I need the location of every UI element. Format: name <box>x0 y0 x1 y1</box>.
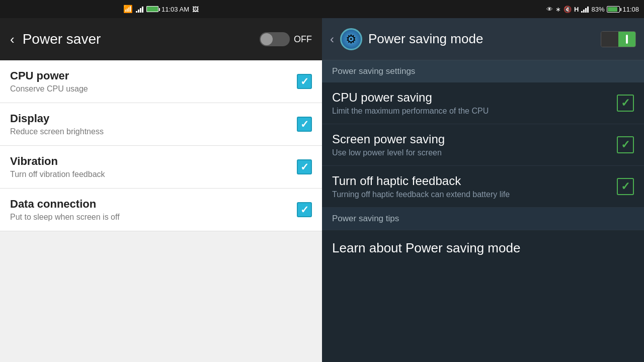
cpu-power-saving-item[interactable]: CPU power saving Limit the maximum perfo… <box>322 82 644 124</box>
display-text: Display Reduce screen brightness <box>10 112 104 136</box>
right-time: 11:08 <box>622 6 639 13</box>
right-panel-title: Power saving mode <box>368 31 483 47</box>
screen-power-saving-item[interactable]: Screen power saving Use low power level … <box>322 124 644 166</box>
learn-about-title: Learn about Power saving mode <box>332 240 520 256</box>
display-item[interactable]: Display Reduce screen brightness <box>0 103 322 146</box>
right-header: ‹ ⚙ Power saving mode <box>322 18 644 60</box>
power-saving-settings-header: Power saving settings <box>322 60 644 82</box>
display-subtitle: Reduce screen brightness <box>10 127 104 136</box>
display-checkbox[interactable] <box>297 117 312 132</box>
power-saver-toggle[interactable]: OFF <box>260 32 312 46</box>
h-icon: H <box>574 6 579 13</box>
cpu-power-checkbox[interactable] <box>297 74 312 89</box>
cpu-power-saving-subtitle: Limit the maximum performance of the CPU <box>332 107 489 116</box>
battery-icon-right <box>607 6 620 13</box>
gear-icon: ⚙ <box>340 28 362 50</box>
toggle-on-left-side <box>601 32 618 47</box>
screen-power-saving-subtitle: Use low power level for screen <box>332 148 445 157</box>
right-header-left: ‹ ⚙ Power saving mode <box>330 28 483 50</box>
vibration-text: Vibration Turn off vibration feedback <box>10 155 105 179</box>
image-icon: 🖼 <box>192 6 199 13</box>
data-connection-item[interactable]: Data connection Put to sleep when screen… <box>0 189 322 231</box>
data-connection-subtitle: Put to sleep when screen is off <box>10 213 120 222</box>
battery-percent-text: 83% <box>591 6 604 13</box>
cpu-power-item[interactable]: CPU power Conserve CPU usage <box>0 60 322 103</box>
toggle-indicator <box>626 35 628 44</box>
power-saving-tips-label: Power saving tips <box>332 214 399 223</box>
cpu-power-saving-text: CPU power saving Limit the maximum perfo… <box>332 90 489 116</box>
screen-power-saving-text: Screen power saving Use low power level … <box>332 132 445 157</box>
left-time: 11:03 AM <box>162 6 189 13</box>
right-back-button[interactable]: ‹ <box>330 32 334 46</box>
wifi-icon: 📶 <box>123 5 133 14</box>
screen-power-saving-title: Screen power saving <box>332 132 445 146</box>
signal-bars-icon-right <box>581 6 589 13</box>
data-connection-text: Data connection Put to sleep when screen… <box>10 198 120 222</box>
data-connection-checkbox[interactable] <box>297 202 312 217</box>
haptic-feedback-checkbox[interactable] <box>617 178 634 195</box>
screen-power-saving-checkbox[interactable] <box>617 136 634 153</box>
power-saving-mode-toggle[interactable] <box>601 31 636 47</box>
cpu-power-text: CPU power Conserve CPU usage <box>10 69 88 94</box>
haptic-feedback-title: Turn off haptic feedback <box>332 174 510 188</box>
left-header: ‹ Power saver OFF <box>0 18 322 60</box>
main-content: ‹ Power saver OFF CPU power Conserve CPU… <box>0 18 644 362</box>
toggle-off-label: OFF <box>294 34 312 45</box>
power-saving-tips-header: Power saving tips <box>322 208 644 230</box>
toggle-knob <box>261 33 273 45</box>
left-back-button[interactable]: ‹ <box>10 32 15 47</box>
haptic-feedback-item[interactable]: Turn off haptic feedback Turning off hap… <box>322 166 644 208</box>
signal-bars-icon <box>136 6 143 13</box>
cpu-power-subtitle: Conserve CPU usage <box>10 84 88 94</box>
left-header-title-area: ‹ Power saver <box>10 31 101 47</box>
left-panel-title: Power saver <box>23 31 101 47</box>
vibration-checkbox[interactable] <box>297 159 312 174</box>
power-saving-settings-label: Power saving settings <box>332 66 415 76</box>
haptic-feedback-subtitle: Turning off haptic feedback can extend b… <box>332 190 510 199</box>
display-title: Display <box>10 112 104 125</box>
vibration-title: Vibration <box>10 155 105 168</box>
mute-icon: 🔇 <box>564 6 572 13</box>
data-connection-title: Data connection <box>10 198 120 211</box>
bluetooth-icon: ∗ <box>555 6 561 13</box>
status-bars: 📶 11:03 AM 🖼 👁 ∗ 🔇 H 83% 11:08 <box>0 0 644 18</box>
left-status-bar: 📶 11:03 AM 🖼 <box>0 0 322 18</box>
toggle-switch-off[interactable] <box>260 32 290 46</box>
battery-icon-left <box>146 6 158 12</box>
cpu-power-saving-checkbox[interactable] <box>617 95 634 112</box>
haptic-feedback-text: Turn off haptic feedback Turning off hap… <box>332 174 510 199</box>
right-panel: ‹ ⚙ Power saving mode Power saving setti… <box>322 18 644 362</box>
learn-about-item[interactable]: Learn about Power saving mode <box>322 230 644 266</box>
left-panel: ‹ Power saver OFF CPU power Conserve CPU… <box>0 18 322 362</box>
vibration-subtitle: Turn off vibration feedback <box>10 170 105 179</box>
vibration-item[interactable]: Vibration Turn off vibration feedback <box>0 146 322 189</box>
cpu-power-title: CPU power <box>10 69 88 82</box>
eye-icon: 👁 <box>546 6 553 13</box>
cpu-power-saving-title: CPU power saving <box>332 90 489 105</box>
right-status-bar: 👁 ∗ 🔇 H 83% 11:08 <box>322 0 644 18</box>
toggle-on-right-side <box>618 32 635 47</box>
